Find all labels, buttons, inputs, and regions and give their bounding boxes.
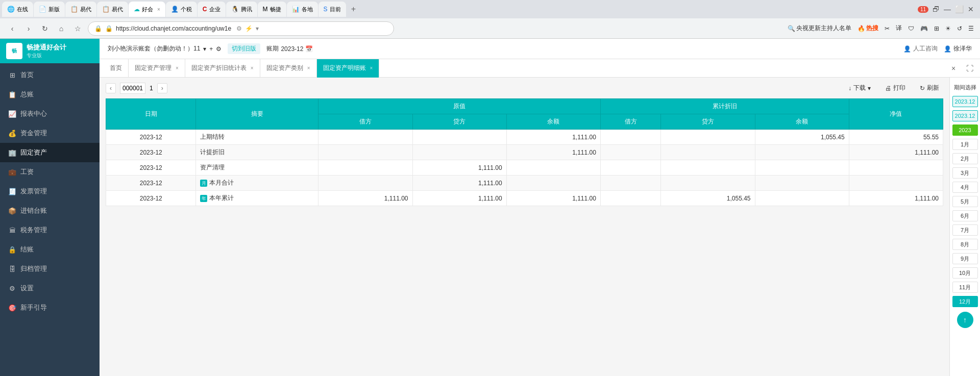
month-11[interactable]: 11月 [952,282,978,293]
table-row: 2023-12 年本年累计 1,111.00 1,111.00 1,111.00… [106,191,943,206]
refresh-btn[interactable]: ↻ 刷新 [916,82,943,94]
month-2[interactable]: 2月 [952,153,978,164]
restore-icon[interactable]: 🗗 [933,5,940,13]
month-10[interactable]: 10月 [952,267,978,279]
period-selected-2[interactable]: 2023.12 [952,110,978,121]
month-9[interactable]: 9月 [952,253,978,264]
month-7[interactable]: 7月 [952,224,978,236]
sidebar-label-guide: 新手引导 [20,303,47,312]
browser-tab-yidai2[interactable]: 📋 易代 [97,2,128,17]
sidebar-item-general-ledger[interactable]: 📋 总账 [0,85,100,104]
maximize-icon[interactable]: ⬜ [955,5,964,13]
reload-button[interactable]: ↻ [39,22,51,35]
user-info[interactable]: 👤 徐泽华 [944,44,972,53]
add-company-icon[interactable]: + [209,45,213,53]
browser-tab-tencent[interactable]: 🐧 腾讯 [226,2,257,17]
month-4[interactable]: 4月 [952,182,978,193]
switch-version-btn[interactable]: 切到旧版 [228,43,260,54]
home-button[interactable]: ⌂ [55,22,67,35]
sidebar-item-close[interactable]: 🔒 结账 [0,240,100,259]
year-badge[interactable]: 2023 [952,124,978,136]
sidebar-item-invoice[interactable]: 🧾 发票管理 [0,182,100,201]
menu-btn[interactable]: ☰ [968,25,974,32]
prev-page-btn[interactable]: ‹ [106,83,116,93]
month-3[interactable]: 3月 [952,167,978,179]
window-close-icon[interactable]: ✕ [968,5,974,13]
tab-depreciation-stats-close[interactable]: × [251,65,254,71]
tab-asset-ledger-close[interactable]: × [370,65,373,71]
tab-fullscreen-btn[interactable]: ⛶ [964,62,976,74]
next-page-btn[interactable]: › [157,83,167,93]
sidebar-item-inventory[interactable]: 📦 进销台账 [0,201,100,220]
protect-btn[interactable]: 🛡 [908,25,914,32]
sidebar-item-guide[interactable]: 🎯 新手引导 [0,298,100,317]
sidebar-brand: 畅捷通好会计 专业版 [27,43,66,59]
page-number-input[interactable] [120,83,145,94]
game-btn[interactable]: 🎮 [920,25,928,32]
tab-asset-ledger[interactable]: 固定资产明细账 × [317,59,380,78]
tab-depreciation-stats[interactable]: 固定资产折旧统计表 × [185,59,260,78]
cell-dep-debit-1 [600,130,661,145]
tab-home[interactable]: 首页 [104,59,129,78]
cell-dep-balance-5 [755,191,849,206]
brightness-btn[interactable]: ☀ [945,25,951,32]
scroll-up-btn[interactable]: ↑ [957,312,973,328]
translate-btn[interactable]: 译 [896,24,902,33]
browser-tab-yidai1[interactable]: 📋 易代 [65,2,96,17]
sidebar-item-salary[interactable]: 💼 工资 [0,162,100,182]
site-info-icon[interactable]: ⚙ [236,25,242,32]
dropdown-icon[interactable]: ▾ [256,25,259,32]
sidebar-label-inventory: 进销台账 [20,206,47,215]
back-button[interactable]: ‹ [6,22,18,35]
new-tab-button[interactable]: + [347,2,361,16]
support-button[interactable]: 👤 人工咨询 [903,44,938,53]
month-5[interactable]: 5月 [952,196,978,207]
history-btn[interactable]: ↺ [957,25,962,32]
sidebar-item-funds[interactable]: 💰 资金管理 [0,123,100,143]
sidebar-item-reports[interactable]: 📈 报表中心 [0,104,100,123]
cell-orig-balance-4 [506,176,600,191]
sidebar-item-fixed-assets[interactable]: 🏢 固定资产 [0,143,100,162]
hot-search-btn[interactable]: 🔥 热搜 [857,24,878,33]
funds-icon: 💰 [8,129,16,137]
sidebar-item-home[interactable]: ⊞ 首页 [0,65,100,85]
browser-tab-qiye[interactable]: C 企业 [198,2,226,17]
tab-haokuai-close[interactable]: × [157,7,160,12]
period-selected-1[interactable]: 2023.12 [952,96,978,107]
month-8[interactable]: 8月 [952,239,978,250]
sidebar-item-settings[interactable]: ⚙ 设置 [0,279,100,298]
browser-tab-mq[interactable]: S 目前 [318,2,346,17]
search-bar[interactable]: 🔍 央视更新主持人名单 [788,24,851,33]
browser-tab-gedi[interactable]: 📊 各地 [287,2,318,17]
browser-tab-online[interactable]: 🌐 在线 [2,2,33,17]
download-btn[interactable]: ↓ 下载 ▾ [844,82,875,94]
tab-fixed-asset-mgmt-close[interactable]: × [176,65,179,71]
guide-icon: 🎯 [8,304,16,312]
sidebar-item-tax[interactable]: 🏛 税务管理 [0,220,100,240]
settings-company-icon[interactable]: ⚙ [216,45,222,53]
tab-asset-category-close[interactable]: × [307,65,310,71]
sidebar-item-archive[interactable]: 🗄 归档管理 [0,259,100,279]
performance-icon[interactable]: ⚡ [245,25,253,32]
tax-icon: 🏛 [8,226,16,234]
tab-close-all-btn[interactable]: × [947,62,960,74]
month-1[interactable]: 1月 [952,139,978,150]
grid-btn[interactable]: ⊞ [934,25,939,32]
browser-tab-geshui[interactable]: 👤 个税 [166,2,197,17]
tab-asset-category[interactable]: 固定资产类别 × [260,59,317,78]
company-selector[interactable]: 刘小艳演示账套（勿删勿动！）11 ▾ + ⚙ [108,44,222,53]
address-input[interactable]: 🔒 🔒 https://cloud.chanjet.com/accounting… [88,21,394,36]
tab-fixed-asset-mgmt[interactable]: 固定资产管理 × [129,59,185,78]
forward-button[interactable]: › [22,22,35,35]
browser-tab-changjie[interactable]: M 畅捷 [258,2,286,17]
calendar-icon[interactable]: 📅 [305,45,313,53]
month-6[interactable]: 6月 [952,210,978,221]
bookmark-button[interactable]: ☆ [71,22,84,35]
cell-orig-balance-5: 1,111.00 [506,191,600,206]
scissors-btn[interactable]: ✂ [885,25,890,32]
browser-tab-haokuai[interactable]: ☁ 好会 × [129,2,165,17]
minimize-icon[interactable]: — [944,5,951,13]
print-btn[interactable]: 🖨 打印 [881,82,910,94]
month-12[interactable]: 12月 [952,296,978,307]
browser-tab-new[interactable]: 📄 新版 [34,2,65,17]
